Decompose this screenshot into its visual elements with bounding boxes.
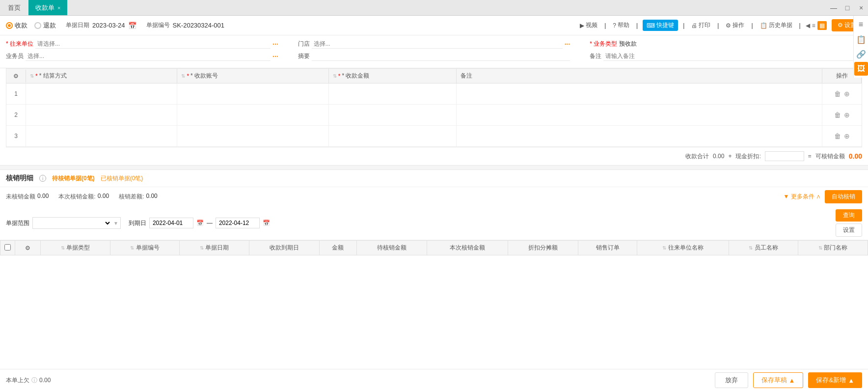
row-1-account[interactable] [177,84,328,104]
shortcut-btn[interactable]: ⌨ 快捷键 [643,20,678,31]
row-2-amount[interactable] [329,105,457,125]
radio-receipt-label[interactable]: 收款 [6,21,27,30]
store-field: 门店 ··· [298,39,570,49]
cal-from-icon[interactable]: 📅 [196,220,204,226]
plus-sign: + [728,153,732,160]
th-checkbox [0,241,15,255]
th-settings[interactable]: ⚙ [6,70,26,83]
th-settings-2[interactable]: ⚙ [15,241,41,255]
row-1-copy-icon[interactable]: ⊕ [844,90,850,98]
cal-to-icon[interactable]: 📅 [263,220,270,226]
unverified-label: 未核销金额 [6,193,35,201]
calendar-icon[interactable]: 📅 [128,22,136,29]
window-controls: — □ × [827,0,868,16]
row-1-settle[interactable] [26,84,177,104]
summary-input[interactable] [312,52,570,61]
row-2-remark[interactable] [457,105,822,125]
select-all-checkbox[interactable] [4,244,11,251]
print-btn[interactable]: 🖨 打印 [689,20,712,30]
row-3-delete-icon[interactable]: 🗑 [834,132,841,140]
date-label: 单据日期 [66,21,89,29]
doc-num-value: SK-20230324-001 [173,22,225,29]
th-counterpart: ⇅ 往来单位名称 [637,241,729,255]
row-2-account[interactable] [177,105,328,125]
history-btn[interactable]: 📋 历史单据 [758,20,794,30]
row-1-remark[interactable] [457,84,822,104]
writeoff-info-icon[interactable]: i [39,175,46,182]
remark-field: 备注 [590,52,862,61]
row-3-remark[interactable] [457,126,822,146]
tab-receipt[interactable]: 收款单 × [28,0,67,15]
sidebar-doc-icon[interactable]: 📋 [854,32,868,46]
total-label: 收款合计 [685,152,709,161]
nav-grid-icon[interactable]: ▦ [817,21,827,30]
th-discount: 折扣分摊额 [508,241,578,255]
pending-tab[interactable]: 待核销单据(0笔) [52,174,95,183]
row-3-copy-icon[interactable]: ⊕ [844,132,850,140]
save-draft-label: 保存草稿 [761,376,787,385]
th-due-date: 收款到期日 [249,241,319,255]
writeoff-header: 核销明细 i 待核销单据(0笔) 已核销单据(0笔) [0,170,868,187]
sidebar-screen-icon[interactable]: 🖼 [854,62,868,76]
done-tab[interactable]: 已核销单据(0笔) [101,174,143,183]
staff-ellipsis[interactable]: ··· [272,53,278,60]
auto-writeoff-btn[interactable]: 自动核销 [825,190,862,203]
date-field: 单据日期 2023-03-24 📅 [66,21,136,29]
counterpart-input[interactable] [35,39,271,49]
remark-input[interactable] [603,52,862,61]
footer-actions: 放弃 保存草稿 ▲ 保存&新增 ▲ [715,372,862,388]
radio-refund-dot[interactable] [34,22,41,29]
th-dept: ⇅ 部门名称 [798,241,868,255]
discount-input[interactable] [765,151,804,161]
radio-refund-label[interactable]: 退款 [34,21,56,30]
date-from-input[interactable] [149,218,193,228]
date-to-input[interactable] [216,218,260,228]
remark-label: 备注 [590,52,601,60]
tab-home[interactable]: 首页 [0,3,28,12]
row-3-amount[interactable] [329,126,457,146]
query-btn[interactable]: 查询 [836,209,862,222]
more-conditions-btn[interactable]: ▼ 更多条件 ∧ [783,193,821,201]
due-date-range: 到期日 📅 — 📅 [129,218,270,228]
staff-input[interactable] [26,52,271,61]
sidebar-list-icon[interactable]: ≡ [854,18,868,31]
stat-diff: 核销差额: 0.00 [119,193,158,201]
row-1-amount[interactable] [329,84,457,104]
help-btn[interactable]: ? 帮助 [611,20,631,30]
print-icon: 🖨 [691,22,697,29]
window-close-btn[interactable]: × [854,0,868,16]
row-2-copy-icon[interactable]: ⊕ [844,111,850,119]
table-row: 2 🗑 ⊕ [6,105,862,126]
row-3-settle[interactable] [26,126,177,146]
actions-btn[interactable]: ⚙ 操作 [724,20,746,30]
video-btn[interactable]: ▶ 视频 [578,20,599,30]
counterpart-ellipsis[interactable]: ··· [272,40,278,48]
window-maximize-btn[interactable]: □ [841,0,854,16]
staff-field: 业务员 ··· [6,52,278,61]
row-2-settle[interactable] [26,105,177,125]
help-icon: ? [613,22,616,29]
sidebar-link-icon[interactable]: 🔗 [854,47,868,61]
toolbar-right: ▶ 视频 | ? 帮助 | ⌨ 快捷键 | 🖨 打印 | ⚙ 操作 [578,19,862,31]
nav-prev-icon[interactable]: ◀ [806,22,810,29]
row-3-account[interactable] [177,126,328,146]
filter-settings-btn[interactable]: 设置 [836,223,862,237]
discard-btn[interactable]: 放弃 [715,372,748,388]
row-1-delete-icon[interactable]: 🗑 [834,90,841,98]
th-current-amount: 本次核销金额 [427,241,508,255]
business-type-value: 预收款 [619,40,637,48]
writeoff-table: ⚙ ⇅ 单据类型 ⇅ 单据编号 ⇅ 单据日期 收款到期日 金额 待核销金额 本次… [0,240,868,255]
save-draft-btn[interactable]: 保存草稿 ▲ [753,372,804,388]
bottom-count-info-icon[interactable]: ⓘ [31,376,37,385]
radio-receipt-dot[interactable] [6,22,13,29]
store-ellipsis[interactable]: ··· [565,40,570,48]
window-minimize-btn[interactable]: — [827,0,841,16]
actions-icon: ⚙ [726,22,731,29]
doc-range-select[interactable] [33,218,111,228]
th-account: ⇅ * * 收款账号 [177,69,328,83]
tab-close-icon[interactable]: × [57,5,60,11]
nav-list-icon[interactable]: ≡ [812,22,815,29]
store-input[interactable] [312,39,563,49]
row-2-delete-icon[interactable]: 🗑 [834,111,841,119]
save-new-btn[interactable]: 保存&新增 ▲ [808,372,862,388]
